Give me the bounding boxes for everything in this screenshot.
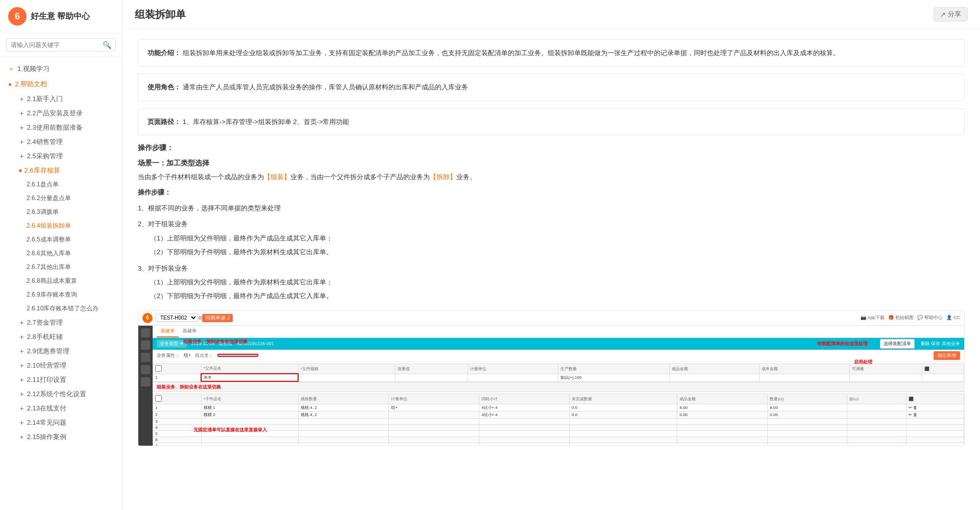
minus-icon: ●	[18, 166, 22, 174]
plus-icon: ＋	[18, 419, 25, 426]
sidebar-item-2-12[interactable]: ＋ 2.12系统个性化设置	[0, 387, 122, 401]
sim-bot-col-subtotal: 消耗小计	[479, 394, 570, 404]
sidebar-item-2-14[interactable]: ＋ 2.14常见问题	[0, 416, 122, 430]
table-row: 1 横横 1 规格:4, 2 组+ 4比小+:4 0.0 8.00 8.00	[153, 404, 964, 411]
step3-2: （2）下部明细为子件明细，最终作为产成品生成其它入库单。	[150, 290, 965, 302]
sim-tab-bar: 新建单 新建单	[153, 326, 964, 338]
sim-row-act	[922, 374, 964, 381]
sidebar-item-2-4[interactable]: ＋ 2.4销售管理	[0, 135, 122, 149]
sidebar-item-2-6-5[interactable]: 2.6.5成本调整单	[0, 233, 122, 247]
sidebar-item-2-3[interactable]: ＋ 2.3使用前数据准备	[0, 120, 122, 135]
sidebar-item-2-11[interactable]: ＋ 2.11打印设置	[0, 373, 122, 387]
sim-batch-confirm-btn[interactable]: 确定新增	[934, 351, 960, 360]
sidebar-item-2-6-2[interactable]: 2.6.2分量盘点单	[0, 191, 122, 205]
sim-tab-new2[interactable]: 新建单	[179, 326, 201, 337]
role-text: 通常由生产人员或库管人员完成拆装业务的操作，库管人员确认原材料的出库和产成品的入…	[183, 83, 468, 91]
step1: 1、根据不同的业务，选择不同单据的类型来处理	[138, 202, 965, 214]
dismantle-link: 【拆卸】	[430, 173, 456, 181]
plus-icon: ＋	[18, 319, 25, 326]
sidebar-item-2-15[interactable]: ＋ 2.15操作案例	[0, 430, 122, 444]
op-steps-title: 操作步骤：	[138, 143, 965, 153]
sim-ann2: 组装业务、拆卸业务在这里切换	[183, 338, 248, 345]
plus-icon: ＋	[8, 65, 14, 74]
sim-select-bom-btn[interactable]: 选择装配清单	[880, 339, 915, 349]
sim-bot-col-prodamt: 成品金额	[677, 394, 768, 404]
sidebar-item-2-6-10[interactable]: 2.6.10库存账本错了怎么办	[0, 302, 122, 315]
sim-col-batch-val: 批量值	[395, 363, 468, 374]
plus-icon: ＋	[18, 124, 25, 131]
sim-screen: 6 TEST-H002 ⚙ 同期单据·J 📷 App下载 🎁 初始精图 💬 帮助…	[138, 311, 964, 446]
sim-topbar-right: 📷 App下载 🎁 初始精图 💬 帮助中心 👤 CC	[861, 314, 960, 321]
sim-bot-select-all[interactable]	[155, 395, 162, 402]
sim-bot-col-spec: 规格数量	[299, 394, 389, 404]
plus-icon: ＋	[18, 376, 25, 383]
steps-label: 操作步骤：	[138, 186, 965, 198]
sidebar-item-2-10[interactable]: ＋ 2.10经营管理	[0, 358, 122, 373]
sim-topbar-btn[interactable]: 同期单据·J	[202, 314, 233, 322]
sim-tab-new1[interactable]: 新建单	[157, 326, 179, 337]
logo-icon: 6	[8, 7, 27, 26]
sidebar-item-2-2[interactable]: ＋ 2.2产品安装及登录	[0, 106, 122, 120]
sim-top-table: *父件品名 *父件规格 批量值 计量单位 生产数量 成品金额 成本金额 可调量	[153, 363, 964, 382]
sidebar-item-2-6-7[interactable]: 2.6.7其他出库单	[0, 260, 122, 274]
plus-icon: ＋	[18, 404, 25, 412]
sim-row-prodamt	[669, 374, 760, 381]
sim-form-row: 业务属性： 组+ 批次名： 确定新增 组装业务、拆卸业务在这里切换 启用处理	[153, 350, 964, 362]
sim-ann2-inline: 组装业务、拆卸业务在这里切换	[157, 384, 221, 391]
plus-icon: ＋	[18, 152, 25, 160]
sidebar-item-2-7[interactable]: ＋ 2.7资金管理	[0, 315, 122, 330]
sidebar-item-2-6-9[interactable]: 2.6.9库存账本查询	[0, 288, 122, 302]
sim-batch-input[interactable]	[217, 354, 258, 357]
sim-select-all[interactable]	[155, 365, 162, 372]
sidebar-item-2-13[interactable]: ＋ 2.13在线支付	[0, 401, 122, 416]
sim-bot-col-incomplete: 未完成数量	[570, 394, 677, 404]
sim-business-type-select[interactable]: 业务类型 ▼	[157, 340, 187, 348]
sim-col-cost-amt: 成本金额	[760, 363, 850, 374]
sim-main-inner: 新建单 新建单 业务类型 ▼ 2019-12-28 组合组 AD-2019122…	[153, 326, 964, 446]
sim-row-batchval	[395, 374, 468, 381]
sim-topbar-icon1: ⚙	[198, 315, 202, 321]
sim-bot-col-name: *子件品名	[201, 394, 298, 404]
search-box[interactable]: 🔍	[6, 38, 116, 52]
path-text: 1、库存核算->库存管理->组装拆卸单 2、首页->常用功能	[183, 118, 350, 126]
sim-sidebar-icon4	[141, 365, 150, 374]
role-block: 使用角色： 通常由生产人员或库管人员完成拆装业务的操作，库管人员确认原材料的出库…	[138, 74, 965, 101]
sim-row-unit	[468, 374, 558, 381]
sim-bot-col-act2: ⬛	[906, 394, 964, 404]
share-button[interactable]: ↗ 分享	[934, 7, 968, 21]
share-icon: ↗	[940, 11, 946, 18]
sim-top-table-area: *父件品名 *父件规格 批量值 计量单位 生产数量 成品金额 成本金额 可调量	[153, 362, 964, 382]
plus-icon: ＋	[18, 138, 25, 145]
table-row: 2 横横 2 规格:4, 2 4比小+:4 0.0 0.00 0.00	[153, 411, 964, 419]
search-input[interactable]	[11, 41, 103, 48]
sidebar-item-2-6-3[interactable]: 2.6.3调拨单	[0, 205, 122, 219]
sidebar-item-2-6-4[interactable]: 2.6.4组装拆卸单	[0, 219, 122, 233]
sim-bot-col-qty: 计量单位	[389, 394, 479, 404]
sim-inner-sidebar	[138, 326, 153, 446]
sidebar-item-2-6-1[interactable]: 2.6.1盘点单	[0, 178, 122, 191]
sim-body: 新建单 新建单 业务类型 ▼ 2019-12-28 组合组 AD-2019122…	[138, 326, 964, 446]
feature-intro-label: 功能介绍：	[148, 49, 181, 57]
search-icon[interactable]: 🔍	[103, 41, 111, 49]
sim-sidebar-icon1	[141, 328, 150, 337]
sidebar-item-2-6-8[interactable]: 2.6.8商品成本重算	[0, 274, 122, 288]
sidebar-item-2-6[interactable]: ● 2.6库存核算	[0, 163, 122, 178]
sidebar-item-2-8[interactable]: ＋ 2.8手机旺辅	[0, 330, 122, 344]
table-row: 7	[153, 443, 964, 446]
plus-icon: ＋	[18, 109, 25, 117]
sim-row-cb: 1	[153, 374, 202, 381]
sidebar-item-video-learning[interactable]: ＋ 1.视频学习	[0, 61, 122, 77]
table-row: 3	[153, 419, 964, 425]
sim-row-pspec	[298, 374, 395, 381]
sidebar-item-2-1[interactable]: ＋ 2.1新手入门	[0, 92, 122, 106]
sim-topbar-select[interactable]: TEST-H002	[156, 313, 198, 322]
minus-icon: ●	[8, 81, 12, 88]
plus-icon: ＋	[18, 333, 25, 341]
sidebar-item-2-5[interactable]: ＋ 2.5采购管理	[0, 149, 122, 163]
path-label: 页面路径：	[148, 118, 181, 126]
sidebar-item-2-6-6[interactable]: 2.6.6其他入库单	[0, 247, 122, 260]
plus-icon: ＋	[18, 347, 25, 355]
plus-icon: ＋	[18, 361, 25, 369]
sidebar-item-help-docs[interactable]: ● 2.帮助文档	[0, 77, 122, 92]
sidebar-item-2-9[interactable]: ＋ 2.9优惠券管理	[0, 344, 122, 358]
